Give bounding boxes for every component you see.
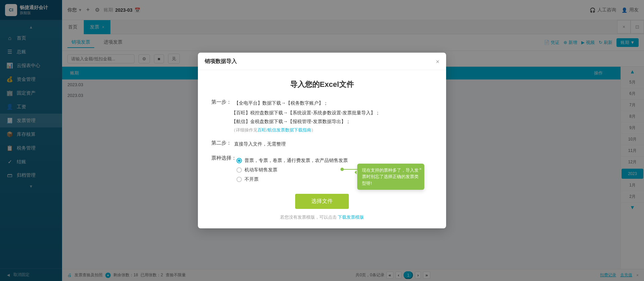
- modal-header: 销项数据导入 ×: [198, 53, 446, 70]
- modal-footer-note: 若您没有发票模版，可以点击 下载发票模版: [211, 214, 433, 220]
- step1-row: 第一步： 【全电平台】数据下载→【税务数字账户】；: [211, 99, 433, 107]
- tooltip-bubble: × 现在支持的票种多了，导入发票时别忘了选择正确的发票类型呀!: [357, 164, 424, 190]
- modal-big-title: 导入您的Excel文件: [211, 79, 433, 90]
- modal-body: 导入您的Excel文件 第一步： 【全电平台】数据下载→【税务数字账户】； 【百…: [198, 70, 446, 228]
- tooltip-wrapper: × 现在支持的票种多了，导入发票时别忘了选择正确的发票类型呀!: [357, 164, 424, 190]
- tooltip-container: × 现在支持的票种多了，导入发票时别忘了选择正确的发票类型呀!: [357, 164, 424, 190]
- radio-option-2[interactable]: [236, 167, 242, 173]
- ticket-label: 票种选择：: [211, 155, 236, 161]
- step1-note: （详细操作见百旺/航信发票数据下载指南）: [231, 127, 433, 133]
- step1-line2: 【百旺】税控盘数据下载→【系统设置-系统参数设置-发票批量导入】；: [231, 109, 433, 117]
- footer-note-text: 若您没有发票模版，可以点击: [280, 215, 337, 220]
- step1-line3: 【航信】金税盘数据下载→【报税管理-发票数据导出】；: [231, 117, 433, 126]
- step1-link[interactable]: 百旺/航信发票数据下载指南: [258, 127, 311, 132]
- step1-line1: 【全电平台】数据下载→【税务数字账户】；: [234, 99, 328, 107]
- radio-option-3[interactable]: [236, 177, 242, 182]
- radio-label-1: 普票，专票，卷票，通行费发票，农产品销售发票: [245, 158, 348, 164]
- step1-label: 第一步：: [211, 99, 231, 107]
- modal-close-button[interactable]: ×: [436, 59, 439, 65]
- download-template-link[interactable]: 下载发票模版: [338, 215, 364, 220]
- radio-label-2: 机动车销售发票: [245, 167, 277, 173]
- radio-row-1: 普票，专票，卷票，通行费发票，农产品销售发票: [236, 158, 348, 164]
- radio-row-2: 机动车销售发票 × 现在支持的票种多了，导入发票时别忘了选择正确的发票类型呀!: [236, 167, 348, 173]
- select-file-button[interactable]: 选择文件: [295, 194, 349, 209]
- import-modal: 销项数据导入 × 导入您的Excel文件 第一步： 【全电平台】数据下载→【税务…: [198, 53, 446, 228]
- modal-action: 选择文件: [211, 194, 433, 209]
- tooltip-line: [340, 169, 357, 170]
- radio-option-1[interactable]: [236, 158, 242, 163]
- modal-overlay: 销项数据导入 × 导入您的Excel文件 第一步： 【全电平台】数据下载→【税务…: [0, 0, 644, 281]
- modal-title: 销项数据导入: [205, 58, 237, 65]
- step1-note-text: （详细操作见: [231, 127, 258, 132]
- radio-label-3: 不开票: [245, 176, 259, 182]
- tooltip-text: 现在支持的票种多了，导入发票时别忘了选择正确的发票类型呀!: [362, 168, 419, 186]
- step2-label: 第二步：: [211, 140, 231, 148]
- step-2: 第二步： 直接导入文件，无需整理: [211, 140, 433, 148]
- tooltip-close-button[interactable]: ×: [419, 166, 422, 172]
- ticket-selection: 票种选择： 普票，专票，卷票，通行费发票，农产品销售发票 机动车销售发票: [211, 155, 433, 186]
- step2-content: 直接导入文件，无需整理: [234, 140, 286, 148]
- step2-row: 第二步： 直接导入文件，无需整理: [211, 140, 433, 148]
- step1-note-end: ）: [311, 127, 316, 132]
- step-1: 第一步： 【全电平台】数据下载→【税务数字账户】； 【百旺】税控盘数据下载→【系…: [211, 99, 433, 133]
- radio-row-3: 不开票: [236, 176, 348, 182]
- radio-group: 普票，专票，卷票，通行费发票，农产品销售发票 机动车销售发票 ×: [236, 158, 348, 186]
